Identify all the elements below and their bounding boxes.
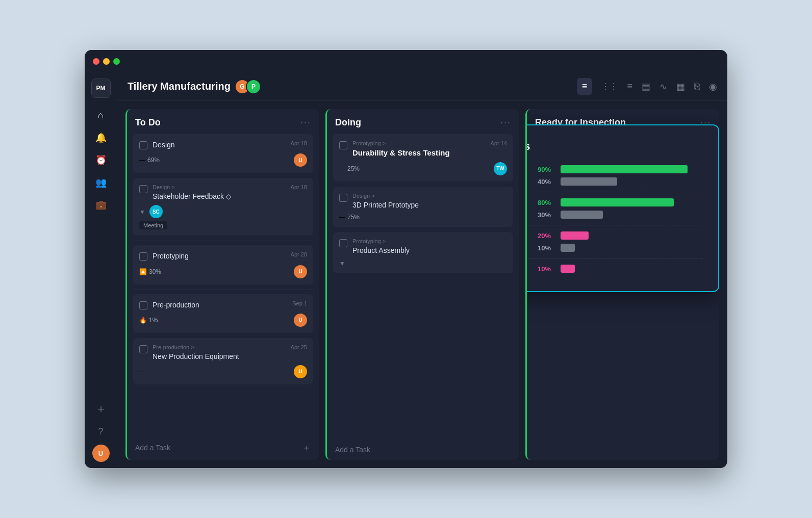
- task-footer-stakeholder: ▼ SC: [139, 205, 307, 218]
- header-icons: ≡ ⋮⋮ ≡ ▤ ∿ ▦ ⎘ ◉: [577, 78, 717, 95]
- task-checkbox-assembly[interactable]: [339, 239, 347, 247]
- column-todo-menu[interactable]: ···: [300, 117, 311, 128]
- task-card-stakeholder-header: Design > Stakeholder Feedback ◇ Apr 18: [139, 184, 307, 201]
- task-avatar-preproduction: U: [294, 314, 307, 327]
- task-card-newequip-header: Pre-production > New Production Equipmen…: [139, 344, 307, 361]
- header: Tillery Manufacturing G P ≡ ⋮⋮ ≡ ▤ ∿ ▦ ⎘…: [117, 72, 727, 101]
- progress-pct-durability: 25%: [347, 165, 360, 172]
- task-name-stakeholder: Stakeholder Feedback ◇: [153, 192, 287, 201]
- add-task-todo-label: Add a Task: [135, 444, 170, 452]
- sidebar-logo: PM: [91, 79, 111, 98]
- sidebar-item-help[interactable]: ?: [92, 422, 110, 441]
- task-avatar-durability: TW: [494, 162, 507, 175]
- column-doing-menu[interactable]: ···: [500, 117, 511, 128]
- header-icon-eye[interactable]: ◉: [709, 81, 717, 92]
- task-avatar-prototyping: U: [294, 265, 307, 278]
- header-icon-hamburger[interactable]: ≡: [577, 78, 593, 95]
- progress-label-design: Design: [525, 199, 538, 206]
- sidebar: PM ⌂ 🔔 ⏰ 👥 💼 ＋ ? U: [85, 72, 117, 468]
- progress-row-design-2: 30%: [525, 211, 702, 219]
- progress-icon-preproduction: 🔥: [139, 317, 147, 324]
- task-checkbox-design[interactable]: [139, 141, 147, 149]
- task-card-3dprinted: Design > 3D Printed Prototype — 75%: [333, 187, 513, 227]
- progress-icon-newequip: —: [139, 368, 145, 375]
- task-checkbox-prototyping[interactable]: [139, 252, 147, 261]
- progress-section-prototyping: Prototyping 20% 10%: [525, 231, 702, 252]
- task-date-design: Apr 18: [291, 140, 307, 146]
- progress-icon-design: —: [139, 157, 145, 164]
- task-card-stakeholder: Design > Stakeholder Feedback ◇ Apr 18 ▼…: [133, 178, 313, 236]
- progress-bar-prototyping-2: [561, 244, 702, 252]
- dropdown-icon-assembly: ▼: [339, 260, 345, 267]
- progress-pct-prototyping: 30%: [149, 268, 161, 275]
- sidebar-item-people[interactable]: 👥: [92, 173, 110, 192]
- progress-row-ideation-2: 40%: [525, 177, 702, 186]
- header-icon-wave[interactable]: ∿: [659, 81, 667, 92]
- app-main: Tillery Manufacturing G P ≡ ⋮⋮ ≡ ▤ ∿ ▦ ⎘…: [117, 72, 727, 468]
- progress-pct-design-1: 80%: [538, 199, 561, 206]
- column-doing: Doing ··· Prototyping > Durability & Str…: [325, 109, 519, 460]
- header-avatars: G P: [239, 79, 261, 94]
- column-todo-body: Design Apr 18 — 69% U: [127, 134, 319, 435]
- progress-row-preproduction-1: Pre-production 10%: [525, 265, 702, 273]
- task-checkbox-preproduction[interactable]: [139, 301, 147, 309]
- task-checkbox-3dprinted[interactable]: [339, 194, 347, 202]
- minimize-button[interactable]: [103, 58, 110, 65]
- header-icon-list[interactable]: ≡: [627, 81, 632, 92]
- progress-popup-title: Progress: [525, 140, 702, 153]
- task-card-assembly-header: Prototyping > Product Assembly: [339, 238, 507, 255]
- progress-label-preproduction: Pre-production: [525, 265, 538, 273]
- task-card-newequip: Pre-production > New Production Equipmen…: [133, 338, 313, 384]
- header-icon-chart[interactable]: ⋮⋮: [601, 82, 618, 91]
- maximize-button[interactable]: [113, 58, 120, 65]
- task-checkbox-stakeholder[interactable]: [139, 185, 147, 193]
- header-icon-doc[interactable]: ▤: [642, 81, 650, 92]
- task-parent-durability: Prototyping >: [352, 140, 487, 146]
- task-avatar-design: U: [294, 153, 307, 167]
- sidebar-item-notifications[interactable]: 🔔: [92, 128, 110, 147]
- task-footer-assembly: ▼: [339, 259, 507, 267]
- add-task-doing[interactable]: Add a Task: [327, 439, 519, 460]
- task-date-durability: Apr 14: [491, 140, 507, 146]
- task-checkbox-newequip[interactable]: [139, 345, 147, 353]
- progress-pct-design-2: 30%: [538, 211, 561, 219]
- user-avatar[interactable]: U: [92, 445, 110, 462]
- add-task-icon-todo: ＋: [302, 442, 311, 454]
- header-icon-calendar[interactable]: ▦: [676, 81, 685, 92]
- add-task-doing-label: Add a Task: [335, 446, 370, 454]
- progress-bar-ideation-1: [561, 165, 702, 173]
- add-task-todo[interactable]: Add a Task ＋: [127, 435, 319, 460]
- divider-prototyping: [525, 258, 702, 258]
- sidebar-item-home[interactable]: ⌂: [92, 106, 110, 124]
- task-card-durability-header: Prototyping > Durability & Stress Testin…: [339, 140, 507, 158]
- dropdown-icon-stakeholder: ▼: [139, 209, 145, 216]
- app-body: PM ⌂ 🔔 ⏰ 👥 💼 ＋ ? U Tillery Manufacturing…: [85, 72, 727, 468]
- task-card-design: Design Apr 18 — 69% U: [133, 134, 313, 173]
- header-avatar-2[interactable]: P: [246, 79, 261, 94]
- task-name-newequip: New Production Equipment: [153, 352, 287, 361]
- task-date-preproduction: Sep 1: [292, 300, 307, 306]
- task-parent-stakeholder: Design >: [153, 184, 287, 190]
- close-button[interactable]: [93, 58, 99, 65]
- progress-pct-3dprinted: 75%: [347, 214, 360, 221]
- task-name-design: Design: [153, 140, 287, 149]
- divider-ideation: [525, 192, 702, 192]
- column-doing-title: Doing: [335, 117, 500, 128]
- progress-pct-prototyping-1: 20%: [538, 232, 561, 240]
- progress-pct-design: 69%: [147, 157, 160, 164]
- task-card-durability: Prototyping > Durability & Stress Testin…: [333, 134, 513, 182]
- task-date-prototyping: Apr 20: [291, 251, 307, 257]
- task-checkbox-durability[interactable]: [339, 141, 347, 149]
- column-doing-body: Prototyping > Durability & Stress Testin…: [327, 134, 519, 439]
- task-parent-assembly: Prototyping >: [352, 238, 507, 244]
- task-card-3dprinted-header: Design > 3D Printed Prototype: [339, 193, 507, 210]
- header-icon-file[interactable]: ⎘: [694, 81, 700, 92]
- sidebar-item-add[interactable]: ＋: [92, 400, 110, 418]
- task-card-design-header: Design Apr 18: [139, 140, 307, 149]
- sidebar-item-time[interactable]: ⏰: [92, 151, 110, 169]
- progress-bar-design-1: [561, 198, 702, 206]
- progress-row-design-1: Design 80%: [525, 198, 702, 206]
- sidebar-item-work[interactable]: 💼: [92, 196, 110, 214]
- progress-bar-ideation-2: [561, 177, 702, 186]
- task-info-stakeholder: Design > Stakeholder Feedback ◇: [153, 184, 287, 201]
